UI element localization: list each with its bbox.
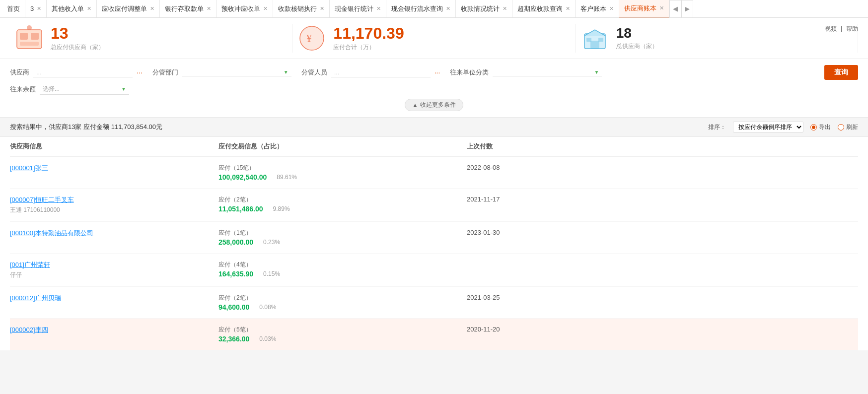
video-link[interactable]: 视频	[825, 25, 837, 33]
person-input[interactable]	[331, 67, 431, 77]
supplier-name-link[interactable]: [000001]张三	[10, 164, 218, 173]
sort-select[interactable]: 按应付余额倒序排序	[733, 122, 803, 132]
nav-tab-collection[interactable]: 收款核销执行 ✕	[273, 0, 330, 18]
supplier-sub-info: 仔仔	[10, 271, 218, 279]
stat-payable-amount: ¥ 11,170.39 应付合计（万）	[292, 24, 575, 53]
dept-dropdown[interactable]: ▼	[182, 68, 291, 76]
close-icon[interactable]: ✕	[659, 5, 664, 11]
supplier-filter-label: 供应商	[10, 68, 29, 77]
balance-dropdown[interactable]: 选择... ▼	[40, 84, 129, 95]
supplier-info-cell: [000007]恒旺二手叉车 王通 17106110000	[10, 196, 218, 214]
close-icon[interactable]: ✕	[263, 5, 268, 12]
transaction-amount-row: 164,635.90 0.15%	[218, 270, 467, 278]
pay-icon: ¥	[297, 24, 326, 53]
nav-tab-label: 现金银行流水查询	[391, 4, 443, 13]
supplier-name-link[interactable]: [000002]李四	[10, 326, 218, 334]
supplier-dots-icon[interactable]: ···	[137, 68, 143, 76]
transaction-label: 应付（15笔）	[218, 164, 467, 172]
transaction-info-cell: 应付（5笔） 32,366.00 0.03%	[218, 326, 467, 343]
col-header-transaction: 应付交易信息（占比）	[218, 142, 467, 151]
shop-icon	[580, 24, 609, 53]
close-icon[interactable]: ✕	[566, 5, 570, 12]
nav-tab-bank-deposit[interactable]: 银行存取款单 ✕	[160, 0, 217, 18]
filter-bar: 供应商 ··· 分管部门 ▼ 分管人员 ··· 往来单位分类 ▼ 查询	[0, 59, 868, 118]
close-icon[interactable]: ✕	[320, 5, 324, 12]
nav-tab-collection-stat[interactable]: 收款情况统计 ✕	[456, 0, 512, 18]
nav-tab-label: 首页	[7, 4, 20, 13]
transaction-label: 应付（1笔）	[218, 229, 467, 237]
last-payment-cell: 2023-01-30	[467, 229, 858, 236]
supplier-name-link[interactable]: [000100]本特勤油品有限公司	[10, 229, 218, 238]
supplier-input[interactable]	[33, 67, 133, 77]
filter-category: 往来单位分类 ▼	[450, 68, 602, 77]
collapse-area: ▲ 收起更多条件	[10, 99, 858, 111]
close-icon[interactable]: ✕	[609, 5, 614, 12]
transaction-amount[interactable]: 100,092,540.00	[218, 173, 267, 181]
export-radio[interactable]: 导出	[810, 123, 831, 131]
result-bar: 搜索结果中，供应商13家 应付金额 111,703,854.00元 排序： 按应…	[0, 118, 868, 137]
transaction-amount[interactable]: 164,635.90	[218, 270, 253, 278]
supplier-name-link[interactable]: [000007]恒旺二手叉车	[10, 196, 218, 204]
nav-tab-customer-ledger[interactable]: 客户账本 ✕	[576, 0, 619, 18]
nav-prev-arrow[interactable]: ◀	[669, 0, 681, 18]
nav-tab-ar-ap-adjust[interactable]: 应收应付调整单 ✕	[97, 0, 160, 18]
transaction-pct: 0.23%	[263, 239, 280, 246]
supplier-name-link[interactable]: [000012]广州贝瑞	[10, 294, 218, 303]
nav-tab-label: 3	[30, 5, 34, 12]
nav-tab-3[interactable]: 3 ✕	[25, 0, 47, 18]
query-button[interactable]: 查询	[824, 65, 858, 80]
nav-tab-home[interactable]: 首页	[2, 0, 25, 18]
transaction-details: 应付（5笔） 32,366.00 0.03%	[218, 326, 467, 343]
nav-tab-label: 应收应付调整单	[102, 4, 147, 13]
transaction-amount[interactable]: 11,051,486.00	[218, 205, 263, 213]
close-icon[interactable]: ✕	[446, 5, 450, 12]
supplier-name-link[interactable]: [001]广州荣轩	[10, 261, 218, 269]
last-payment-cell: 2021-03-25	[467, 294, 858, 301]
transaction-amount[interactable]: 94,600.00	[218, 303, 249, 311]
collapse-button[interactable]: ▲ 收起更多条件	[405, 99, 463, 111]
filter-row-2: 往来余额 选择... ▼	[10, 84, 858, 95]
stat-payable-text: 13 总应付供应商（家）	[51, 25, 104, 52]
collapse-label: 收起更多条件	[420, 101, 456, 109]
nav-tab-cash-stat[interactable]: 现金银行统计 ✕	[330, 0, 386, 18]
nav-next-arrow[interactable]: ▶	[681, 0, 693, 18]
result-summary: 搜索结果中，供应商13家 应付金额 111,703,854.00元	[10, 123, 162, 131]
refresh-radio[interactable]: 刷新	[838, 123, 858, 131]
filter-row-1: 供应商 ··· 分管部门 ▼ 分管人员 ··· 往来单位分类 ▼ 查询	[10, 65, 858, 80]
nav-tab-label: 供应商账本	[624, 4, 656, 13]
nav-tab-label: 收款核销执行	[278, 4, 317, 13]
close-icon[interactable]: ✕	[87, 5, 91, 12]
nav-tab-prepay[interactable]: 预收冲应收单 ✕	[217, 0, 273, 18]
person-dots-icon[interactable]: ···	[434, 68, 440, 76]
nav-tab-label: 收款情况统计	[461, 4, 500, 13]
refresh-label: 刷新	[846, 123, 858, 131]
nav-tab-supplier-ledger[interactable]: 供应商账本 ✕	[619, 0, 669, 18]
stat-total-suppliers: 18 总供应商（家）	[576, 24, 858, 53]
svg-point-4	[27, 25, 32, 30]
nav-tab-overdue-ar[interactable]: 超期应收款查询 ✕	[512, 0, 576, 18]
close-icon[interactable]: ✕	[207, 5, 211, 12]
nav-tab-label: 现金银行统计	[335, 4, 373, 13]
stat-total-suppliers-text: 18 总供应商（家）	[616, 26, 658, 51]
close-icon[interactable]: ✕	[503, 5, 507, 12]
transaction-amount[interactable]: 258,000.00	[218, 238, 253, 246]
transaction-amount[interactable]: 32,366.00	[218, 335, 249, 343]
chevron-down-icon: ▼	[284, 69, 289, 75]
nav-tab-label: 其他收入单	[52, 4, 84, 13]
nav-tab-label: 超期应收款查询	[517, 4, 563, 13]
close-icon[interactable]: ✕	[37, 5, 41, 12]
transaction-amount-row: 100,092,540.00 89.61%	[218, 173, 467, 181]
nav-tab-cash-flow[interactable]: 现金银行流水查询 ✕	[386, 0, 456, 18]
close-icon[interactable]: ✕	[376, 5, 381, 12]
supplier-sub-info: 王通 17106110000	[10, 206, 218, 214]
transaction-details: 应付（15笔） 100,092,540.00 89.61%	[218, 164, 467, 181]
collapse-up-icon: ▲	[412, 102, 418, 109]
last-payment-cell: 2020-11-20	[467, 326, 858, 333]
help-link[interactable]: 帮助	[846, 25, 858, 33]
table-row: [001]广州荣轩 仔仔 应付（4笔） 164,635.90 0.15%	[10, 254, 858, 287]
close-icon[interactable]: ✕	[150, 5, 154, 12]
nav-tab-label: 预收冲应收单	[221, 4, 260, 13]
filter-person: 分管人员 ···	[301, 67, 440, 77]
nav-tab-other-income[interactable]: 其他收入单 ✕	[47, 0, 97, 18]
category-dropdown[interactable]: ▼	[493, 68, 602, 76]
